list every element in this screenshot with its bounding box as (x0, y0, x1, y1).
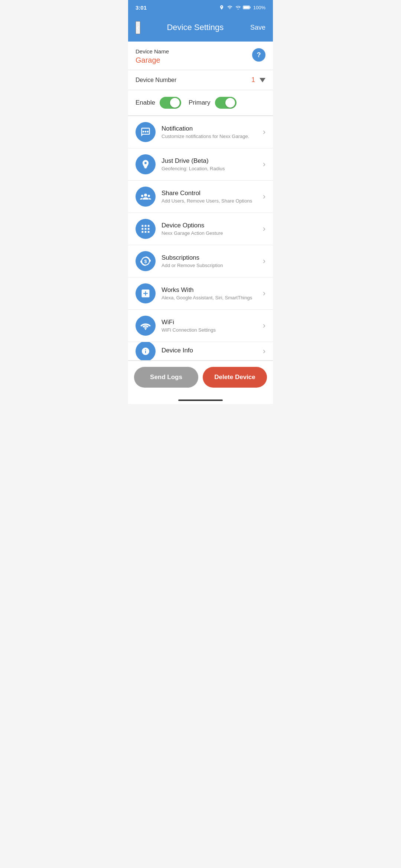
just-drive-icon-circle (136, 154, 156, 174)
notification-title: Notification (162, 125, 263, 132)
device-options-icon-circle (136, 219, 156, 239)
subscriptions-subtitle: Add or Remove Subscription (162, 263, 263, 268)
just-drive-subtitle: Geofencing: Location, Radius (162, 166, 263, 171)
svg-point-7 (144, 194, 147, 197)
device-options-text: Device Options Nexx Garage Action Gestur… (162, 222, 263, 236)
share-control-icon (140, 191, 151, 202)
app-header: ‹ Device Settings Save (128, 15, 273, 42)
toggle-section: Enable Primary (128, 90, 273, 116)
wifi-icon-circle (136, 316, 156, 336)
bottom-buttons: Send Logs Delete Device (128, 361, 273, 397)
notification-subtitle: Customize notifications for Nexx Garage. (162, 134, 263, 139)
device-info-icon-circle (136, 342, 156, 361)
page-title: Device Settings (167, 23, 224, 32)
works-with-chevron: › (263, 289, 265, 298)
device-info-title: Device Info (162, 347, 263, 354)
menu-list: Notification Customize notifications for… (128, 116, 273, 361)
menu-item-device-info[interactable]: Device Info › (128, 342, 273, 361)
wifi-subtitle: WiFi Connection Settings (162, 327, 263, 333)
works-with-subtitle: Alexa, Google Assistant, Siri, SmartThin… (162, 295, 263, 300)
save-button[interactable]: Save (250, 24, 265, 32)
share-control-chevron: › (263, 192, 265, 201)
notification-icon-circle (136, 122, 156, 142)
delete-device-button[interactable]: Delete Device (203, 367, 267, 388)
status-icons: 100% (219, 4, 265, 11)
share-control-text: Share Control Add Users, Remove Users, S… (162, 190, 263, 204)
subscriptions-icon-circle: $ (136, 251, 156, 271)
send-logs-button[interactable]: Send Logs (134, 367, 198, 388)
primary-toggle-knob (225, 98, 235, 108)
menu-item-works-with[interactable]: Works With Alexa, Google Assistant, Siri… (128, 277, 273, 310)
signal-status-icon (235, 4, 241, 10)
svg-marker-13 (140, 260, 141, 263)
works-with-icon (140, 288, 151, 299)
device-number-section[interactable]: Device Number 1 (128, 70, 273, 90)
svg-marker-12 (150, 259, 151, 262)
help-icon[interactable]: ? (252, 48, 265, 62)
device-number-control[interactable]: 1 (251, 76, 265, 84)
just-drive-title: Just Drive (Beta) (162, 157, 263, 165)
subscriptions-chevron: › (263, 256, 265, 266)
enable-toggle-knob (170, 98, 180, 108)
enable-toggle[interactable] (160, 97, 181, 109)
wifi-status-icon (226, 5, 233, 10)
device-info-chevron: › (263, 346, 265, 356)
works-with-icon-circle (136, 283, 156, 303)
device-info-text: Device Info (162, 347, 263, 355)
menu-item-subscriptions[interactable]: $ Subscriptions Add or Remove Subscripti… (128, 245, 273, 277)
notification-icon (140, 127, 151, 137)
wifi-icon (140, 320, 151, 331)
subscriptions-icon: $ (140, 256, 151, 266)
device-options-subtitle: Nexx Garage Action Gesture (162, 230, 263, 236)
svg-rect-2 (244, 6, 249, 9)
battery-percent: 100% (253, 5, 265, 10)
just-drive-icon (140, 159, 151, 170)
svg-point-4 (145, 131, 147, 133)
device-name-value[interactable]: Garage (136, 56, 169, 65)
device-name-info: Device Name Garage (136, 48, 169, 65)
menu-item-share-control[interactable]: Share Control Add Users, Remove Users, S… (128, 181, 273, 213)
back-button[interactable]: ‹ (136, 21, 140, 34)
svg-point-8 (141, 195, 143, 197)
device-name-label: Device Name (136, 48, 169, 55)
device-info-icon (141, 347, 150, 356)
svg-point-5 (143, 131, 144, 133)
device-options-icon (140, 224, 151, 234)
svg-rect-1 (250, 7, 250, 8)
subscriptions-title: Subscriptions (162, 254, 263, 262)
subscriptions-text: Subscriptions Add or Remove Subscription (162, 254, 263, 268)
svg-point-9 (148, 195, 150, 197)
menu-item-device-options[interactable]: Device Options Nexx Garage Action Gestur… (128, 213, 273, 245)
primary-toggle-group: Primary (189, 97, 237, 109)
menu-item-notification[interactable]: Notification Customize notifications for… (128, 116, 273, 148)
location-status-icon (219, 4, 224, 11)
share-control-icon-circle (136, 187, 156, 207)
svg-point-3 (147, 131, 149, 133)
content-area: Device Name Garage ? Device Number 1 Ena… (128, 42, 273, 404)
enable-label: Enable (136, 99, 155, 106)
notification-chevron: › (263, 127, 265, 137)
works-with-title: Works With (162, 286, 263, 294)
menu-item-just-drive[interactable]: Just Drive (Beta) Geofencing: Location, … (128, 148, 273, 181)
works-with-text: Works With Alexa, Google Assistant, Siri… (162, 286, 263, 300)
notification-text: Notification Customize notifications for… (162, 125, 263, 139)
just-drive-chevron: › (263, 160, 265, 169)
battery-status-icon (243, 5, 251, 10)
svg-text:$: $ (144, 259, 147, 264)
primary-label: Primary (189, 99, 211, 106)
menu-item-wifi[interactable]: WiFi WiFi Connection Settings › (128, 310, 273, 342)
svg-point-6 (144, 167, 147, 169)
home-indicator (128, 397, 273, 404)
device-number-dropdown-arrow[interactable] (260, 78, 265, 82)
home-bar (178, 400, 223, 401)
enable-toggle-group: Enable (136, 97, 181, 109)
wifi-text: WiFi WiFi Connection Settings (162, 319, 263, 333)
wifi-chevron: › (263, 321, 265, 331)
device-options-chevron: › (263, 224, 265, 234)
status-time: 3:01 (136, 4, 147, 11)
share-control-title: Share Control (162, 190, 263, 197)
share-control-subtitle: Add Users, Remove Users, Share Options (162, 198, 263, 204)
svg-point-14 (145, 329, 146, 330)
device-number-value: 1 (251, 76, 255, 84)
primary-toggle[interactable] (215, 97, 237, 109)
